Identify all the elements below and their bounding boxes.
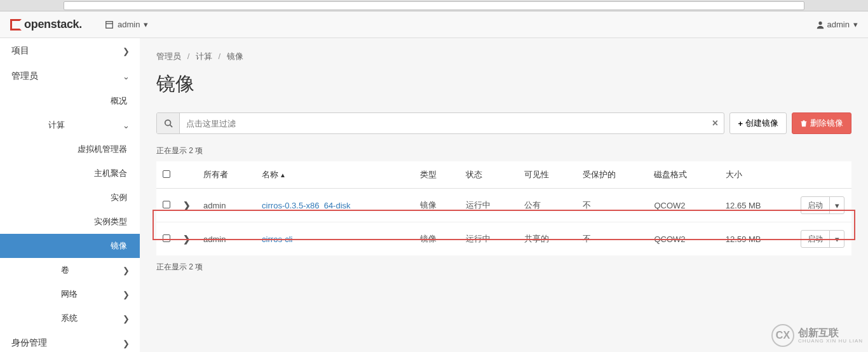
page-title: 镜像	[156, 71, 851, 97]
sidebar-item-overview[interactable]: 概况	[0, 89, 140, 113]
sidebar-item-flavors[interactable]: 实例类型	[0, 210, 140, 234]
cell-owner: admin	[197, 222, 255, 256]
sidebar-item-label: 管理员	[11, 71, 38, 82]
search-button[interactable]	[157, 113, 180, 133]
sidebar-item-label: 镜像	[111, 240, 127, 252]
sidebar-item-volumes[interactable]: 卷 ❯	[0, 258, 140, 282]
chevron-right-icon: ❯	[123, 290, 130, 299]
sidebar-item-label: 卷	[61, 264, 69, 276]
top-navbar: openstack. admin ▾ admin ▾	[0, 11, 868, 38]
openstack-logo[interactable]: openstack.	[10, 18, 82, 31]
item-count-top: 正在显示 2 项	[156, 146, 851, 156]
user-menu-label: admin	[827, 20, 850, 29]
breadcrumb-separator: /	[187, 51, 190, 61]
column-header-visibility[interactable]: 可见性	[518, 161, 576, 189]
sidebar-item-images[interactable]: 镜像	[0, 234, 140, 258]
browser-url-field[interactable]	[64, 1, 804, 10]
close-icon: ×	[712, 118, 718, 129]
caret-down-icon: ▾	[853, 20, 858, 29]
caret-down-icon: ▾	[835, 201, 839, 210]
clear-filter-button[interactable]: ×	[706, 113, 724, 133]
sidebar-item-label: 系统	[61, 313, 78, 324]
user-icon	[816, 20, 825, 29]
sidebar-item-label: 身份管理	[11, 337, 47, 349]
sidebar-item-host-aggregates[interactable]: 主机聚合	[0, 161, 140, 186]
sidebar-item-label: 计算	[48, 119, 65, 131]
svg-line-4	[170, 125, 172, 128]
row-actions: 启动 ▾	[801, 230, 844, 248]
chevron-down-icon: ⌄	[123, 72, 130, 81]
row-checkbox[interactable]	[163, 201, 170, 208]
user-menu[interactable]: admin ▾	[816, 20, 858, 29]
openstack-logo-text: openstack.	[24, 18, 82, 31]
sidebar-item-system[interactable]: 系统 ❯	[0, 306, 140, 330]
cell-visibility: 公有	[518, 189, 576, 222]
sidebar-item-project[interactable]: 项目 ❯	[0, 38, 140, 64]
column-header-format[interactable]: 磁盘格式	[648, 161, 719, 189]
breadcrumb-item[interactable]: 计算	[196, 51, 212, 61]
filter-input[interactable]	[180, 113, 706, 133]
launch-button[interactable]: 启动	[801, 197, 830, 213]
cell-visibility: 共享的	[518, 222, 576, 256]
project-selector-label: admin	[118, 20, 140, 29]
images-table: 所有者 名称▲ 类型 状态 可见性 受保护的 磁盘格式 大小	[156, 161, 851, 255]
openstack-logo-icon	[10, 19, 22, 30]
row-actions-dropdown[interactable]: ▾	[830, 231, 844, 247]
watermark: CX 创新互联 CHUANG XIN HU LIAN	[771, 324, 863, 347]
sidebar-item-label: 项目	[11, 45, 29, 57]
sidebar-item-label: 主机聚合	[94, 168, 127, 179]
item-count-bottom: 正在显示 2 项	[156, 255, 851, 273]
chevron-right-icon: ❯	[123, 314, 130, 323]
sidebar-item-label: 虚拟机管理器	[78, 144, 127, 155]
column-header-name[interactable]: 名称▲	[255, 161, 414, 189]
cell-status: 运行中	[459, 222, 518, 256]
sidebar-item-identity[interactable]: 身份管理 ❯	[0, 330, 140, 352]
chevron-right-icon: ❯	[123, 46, 130, 56]
filter-toolbar: × + 创建镜像 删除镜像	[156, 112, 851, 134]
expand-column-header	[177, 161, 197, 189]
launch-button[interactable]: 启动	[801, 231, 830, 247]
delete-image-button[interactable]: 删除镜像	[792, 112, 851, 134]
expand-row-icon[interactable]: ❯	[183, 200, 191, 210]
svg-point-3	[165, 120, 170, 126]
cell-format: QCOW2	[648, 189, 719, 222]
row-actions: 启动 ▾	[801, 196, 844, 214]
image-name-link[interactable]: cirros-0.3.5-x86_64-disk	[262, 201, 350, 210]
plus-icon: +	[738, 119, 743, 128]
breadcrumb: 管理员 / 计算 / 镜像	[156, 51, 851, 62]
row-actions-dropdown[interactable]: ▾	[830, 197, 844, 213]
sidebar-item-admin[interactable]: 管理员 ⌄	[0, 64, 140, 89]
watermark-text: 创新互联	[798, 328, 863, 338]
trash-icon	[800, 119, 808, 127]
sidebar-item-network[interactable]: 网络 ❯	[0, 282, 140, 306]
column-header-protected[interactable]: 受保护的	[576, 161, 648, 189]
caret-down-icon: ▾	[144, 20, 148, 29]
column-header-size[interactable]: 大小	[719, 161, 794, 189]
sidebar: 项目 ❯ 管理员 ⌄ 概况 计算 ⌄ 虚拟机管理器 主机聚合 实例	[0, 38, 140, 352]
cell-protected: 不	[576, 189, 648, 222]
image-name-link[interactable]: cirros-cli	[262, 234, 292, 244]
project-selector[interactable]: admin ▾	[98, 17, 154, 32]
select-all-checkbox[interactable]	[163, 170, 170, 178]
row-checkbox[interactable]	[163, 234, 170, 242]
sidebar-item-label: 实例类型	[94, 216, 127, 227]
expand-row-icon[interactable]: ❯	[183, 234, 191, 244]
column-header-type[interactable]: 类型	[414, 161, 459, 189]
cell-type: 镜像	[414, 222, 459, 256]
sidebar-item-hypervisors[interactable]: 虚拟机管理器	[0, 137, 140, 161]
create-image-button[interactable]: + 创建镜像	[729, 112, 787, 134]
breadcrumb-separator: /	[219, 51, 221, 61]
caret-down-icon: ▾	[835, 234, 839, 244]
cell-size: 12.65 MB	[719, 189, 794, 222]
chevron-down-icon: ⌄	[123, 121, 130, 130]
column-header-status[interactable]: 状态	[459, 161, 518, 189]
breadcrumb-item-current: 镜像	[227, 51, 243, 61]
table-row: ❯ admin cirros-0.3.5-x86_64-disk 镜像 运行中 …	[156, 189, 851, 222]
sidebar-item-instances[interactable]: 实例	[0, 186, 140, 210]
project-icon	[105, 20, 114, 29]
column-header-owner[interactable]: 所有者	[197, 161, 255, 189]
breadcrumb-item[interactable]: 管理员	[156, 51, 181, 61]
table-row: ❯ admin cirros-cli 镜像 运行中 共享的 不 QCOW2 12…	[156, 222, 851, 256]
sidebar-item-compute[interactable]: 计算 ⌄	[0, 113, 140, 137]
sort-ascending-icon: ▲	[280, 172, 286, 179]
